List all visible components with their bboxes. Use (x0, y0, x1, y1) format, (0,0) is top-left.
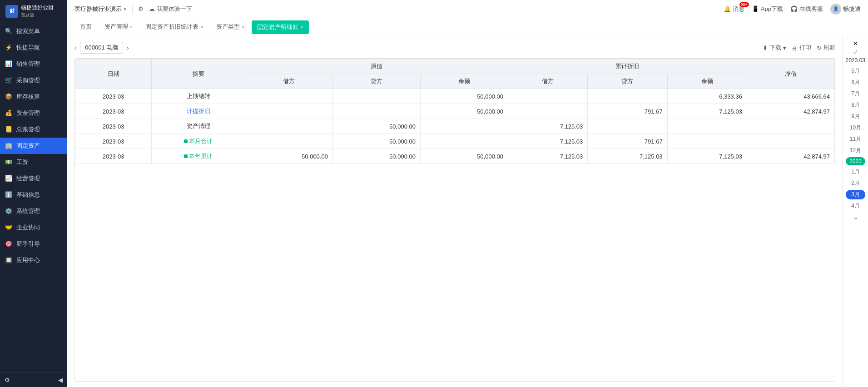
timeline-item[interactable]: 9月 (846, 111, 865, 122)
content-area: ‹ 000001 电脑 › ⬇ 下载 ▾ 🖨 打印 ↻ 刷新 (67, 36, 868, 387)
row-orig-debit (245, 104, 332, 119)
row-orig-debit (245, 119, 332, 134)
sidebar-item-sales[interactable]: 📊 销售管理 (0, 56, 67, 72)
logo-icon: 财 (5, 5, 18, 18)
timeline-item[interactable]: 3月 (846, 190, 865, 199)
row-summary: 本月合计 (152, 134, 245, 149)
sidebar-item-basic-info[interactable]: ℹ️ 基础信息 (0, 187, 67, 203)
row-accum-credit (588, 89, 667, 104)
col-date: 日期 (75, 59, 152, 89)
col-orig-credit: 贷方 (332, 74, 420, 89)
row-net-value: 42,874.97 (747, 104, 834, 119)
search-icon: 🔍 (5, 27, 13, 35)
row-orig-balance: 50,000.00 (420, 104, 508, 119)
download-button[interactable]: ⬇ 下载 ▾ (763, 44, 786, 52)
page-content: ‹ 000001 电脑 › ⬇ 下载 ▾ 🖨 打印 ↻ 刷新 (67, 36, 843, 387)
row-orig-debit (245, 134, 332, 149)
row-accum-debit: 7,125.03 (508, 119, 587, 134)
tab-depreciation-stat[interactable]: 固定资产折旧统计表 × (140, 20, 208, 35)
topbar-divider (132, 5, 133, 14)
avatar: 👤 (830, 4, 841, 15)
prev-asset-button[interactable]: ‹ (74, 45, 76, 51)
row-orig-credit: 50,000.00 (332, 149, 420, 164)
experience-button[interactable]: ☁ 我要体验一下 (149, 5, 192, 13)
sidebar-item-collab[interactable]: 🤝 企业协同 (0, 219, 67, 236)
tab-asset-type[interactable]: 资产类型 × (211, 20, 250, 35)
tab-close-depreciation-stat[interactable]: × (200, 24, 203, 30)
sidebar-item-fixed-assets[interactable]: 🏢 固定资产 (0, 138, 67, 154)
sidebar-item-operations[interactable]: 📈 经营管理 (0, 170, 67, 187)
row-summary: 本年累计 (152, 149, 245, 164)
inventory-icon: 📦 (5, 93, 13, 101)
timeline-item[interactable]: 12月 (846, 145, 865, 156)
notifications-button[interactable]: 🔔 消息 99+ (724, 5, 744, 13)
timeline-panel: ✕ ⤢ 2023.035月6月7月8月9月10月11月12月20231月2月3月… (843, 36, 868, 387)
company-selector[interactable]: 医疗器械行业演示 ▾ (74, 5, 127, 13)
sidebar-item-guide[interactable]: 🎯 新手引导 (0, 236, 67, 252)
refresh-button[interactable]: ↻ 刷新 (817, 44, 835, 52)
next-asset-button[interactable]: › (127, 45, 129, 51)
online-support-button[interactable]: 🎧 在线客服 (790, 5, 823, 13)
col-original-value: 原值 (245, 59, 508, 74)
col-accum-balance: 余额 (667, 74, 747, 89)
print-button[interactable]: 🖨 打印 (792, 44, 811, 52)
download-icon: 📱 (752, 5, 759, 12)
timeline-close-button[interactable]: ✕ (843, 38, 868, 49)
row-accum-credit: 791.67 (588, 134, 667, 149)
sidebar-item-payroll[interactable]: 💵 工资 (0, 154, 67, 170)
timeline-item[interactable]: 4月 (846, 200, 865, 212)
sidebar-item-inventory[interactable]: 📦 库存核算 (0, 89, 67, 105)
row-accum-balance (667, 119, 747, 134)
purchase-icon: 🛒 (5, 76, 13, 84)
row-accum-credit (588, 119, 667, 134)
table-row: 2023-03 计提折旧 50,000.00 791.67 7,125.03 4… (75, 104, 835, 119)
row-orig-debit: 50,000.00 (245, 149, 332, 164)
sidebar-item-purchase[interactable]: 🛒 采购管理 (0, 72, 67, 89)
timeline-item[interactable]: 8月 (846, 99, 865, 111)
download-dropdown-icon: ▾ (783, 45, 786, 51)
tab-asset-mgmt[interactable]: 资产管理 × (99, 20, 138, 35)
timeline-item[interactable]: 2023 (846, 157, 865, 165)
timeline-item[interactable]: 10月 (846, 122, 865, 134)
payroll-icon: 💵 (5, 158, 13, 166)
basic-info-icon: ℹ️ (5, 191, 13, 199)
settings-icon[interactable]: ⚙ (5, 377, 10, 383)
sidebar-collapse-button[interactable]: ◀ (58, 377, 63, 383)
sidebar-menu: 🔍 搜索菜单 ⚡ 快捷导航 📊 销售管理 🛒 采购管理 📦 库存核算 💰 资金管… (0, 23, 67, 372)
tab-close-asset-type[interactable]: × (242, 24, 244, 30)
sidebar-logo: 财 畅捷通好业财 普及版 (0, 0, 67, 23)
tab-close-asset-mgmt[interactable]: × (130, 24, 133, 30)
tab-home[interactable]: 首页 (74, 20, 97, 35)
settings-button[interactable]: ⚙ (138, 5, 144, 12)
col-net-value: 净值 (747, 59, 834, 89)
timeline-scroll-down[interactable]: ⌄ (851, 212, 860, 223)
timeline-item[interactable]: 6月 (846, 77, 865, 88)
sidebar-item-system[interactable]: ⚙️ 系统管理 (0, 203, 67, 219)
sidebar-item-quick-nav[interactable]: ⚡ 快捷导航 (0, 40, 67, 56)
timeline-item[interactable]: 7月 (846, 88, 865, 99)
logo-sub: 普及版 (21, 12, 54, 18)
row-accum-debit (508, 89, 587, 104)
sidebar-item-app-center[interactable]: 🔲 应用中心 (0, 252, 67, 268)
asset-actions: ⬇ 下载 ▾ 🖨 打印 ↻ 刷新 (763, 44, 835, 52)
timeline-item[interactable]: 1月 (846, 166, 865, 178)
sidebar-item-ledger[interactable]: 📒 总账管理 (0, 121, 67, 138)
row-summary: 计提折旧 (152, 104, 245, 119)
app-center-icon: 🔲 (5, 256, 13, 264)
col-orig-debit: 借方 (245, 74, 332, 89)
app-download-button[interactable]: 📱 App下载 (752, 5, 783, 13)
timeline-item[interactable]: 2月 (846, 178, 865, 189)
row-accum-balance: 7,125.03 (667, 104, 747, 119)
tab-asset-detail[interactable]: 固定资产明细账 × (252, 20, 308, 34)
print-icon: 🖨 (792, 45, 798, 51)
timeline-item[interactable]: 11月 (846, 134, 865, 145)
sidebar-search[interactable]: 🔍 搜索菜单 (0, 23, 67, 40)
user-menu[interactable]: 👤 畅捷通 (830, 4, 861, 15)
row-accum-debit: 7,125.03 (508, 149, 587, 164)
timeline-expand-button[interactable]: ⤢ (853, 49, 858, 55)
tab-close-asset-detail[interactable]: × (300, 25, 303, 30)
ledger-table: 日期 摘要 原值 累计折旧 净值 借方 贷方 余额 借方 贷方 余额 (74, 58, 835, 382)
sidebar-item-funds[interactable]: 💰 资金管理 (0, 105, 67, 121)
col-accum-debit: 借方 (508, 74, 587, 89)
timeline-item[interactable]: 5月 (846, 65, 865, 77)
